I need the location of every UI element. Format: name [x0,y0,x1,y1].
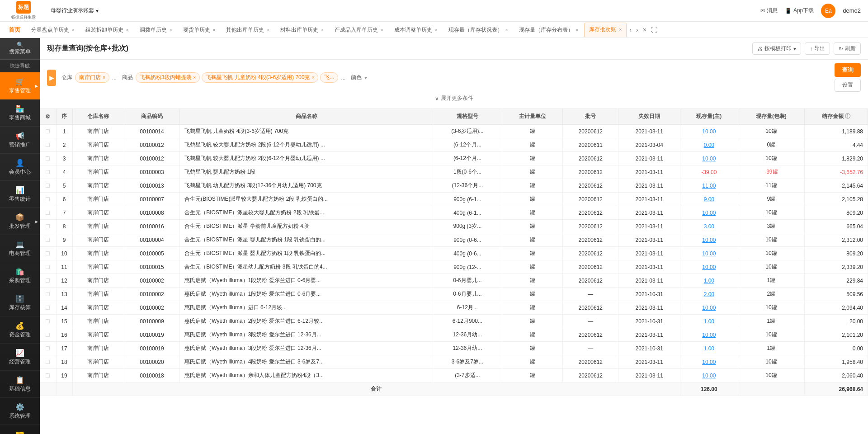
tab-close-cunliang1[interactable]: × [505,28,508,33]
industry-selector[interactable]: 母婴行业演示账套 ▾ [47,5,102,16]
row-settings-11[interactable]: ☐ [40,274,56,288]
tab-chenben[interactable]: 成本调整单历史 × [389,23,443,37]
warehouse-tag-close[interactable]: × [103,75,105,80]
app-download-button[interactable]: 📱 App下载 [785,7,814,14]
row-settings-1[interactable]: ☐ [40,138,56,152]
row-settings-5[interactable]: ☐ [40,193,56,206]
tab-cunliang2[interactable]: 现存量（库存分布表） × [514,23,584,37]
row-settings-8[interactable]: ☐ [40,233,56,247]
row-stock-main-6[interactable]: 10.00 [680,206,738,220]
tab-close-all-button[interactable]: × [641,26,648,33]
tab-prev-button[interactable]: ‹ [627,26,633,33]
sidebar-item-retail-stats[interactable]: 📊 零售统计 [0,181,40,208]
goods-tag-more[interactable]: 飞... [320,72,338,83]
goods-tag-1-close[interactable]: × [311,75,314,80]
row-settings-2[interactable]: ☐ [40,152,56,165]
tab-close-chenben[interactable]: × [435,28,438,33]
query-button[interactable]: 查询 [835,63,861,77]
template-print-button[interactable]: 🖨 按模板打印 ▾ [752,42,801,55]
sidebar-item-marketing[interactable]: 📢 营销推广 [0,127,40,154]
message-button[interactable]: ✉ 消息 [760,7,778,14]
settings-gear-icon[interactable]: ⚙ [45,113,50,120]
row-settings-17[interactable]: ☐ [40,355,56,369]
tab-zuzhuan[interactable]: 组装拆卸单历史 × [80,23,134,37]
tab-home[interactable]: 首页 [4,23,25,37]
sidebar-item-purchase-mgmt[interactable]: 🛍️ 采购管理 [0,262,40,289]
row-settings-3[interactable]: ☐ [40,165,56,179]
export-button[interactable]: ↑ 导出 [805,42,830,55]
sidebar-item-wholesale-mgmt[interactable]: 📦 批发管理 ▶ [0,208,40,235]
row-stock-main-0[interactable]: 10.00 [680,124,738,138]
row-settings-0[interactable]: ☐ [40,124,56,138]
row-stock-main-12[interactable]: 2.00 [680,288,738,301]
row-settings-15[interactable]: ☐ [40,328,56,342]
row-stock-main-9[interactable]: 10.00 [680,247,738,260]
tab-batch[interactable]: 库存批次账 × [584,23,627,37]
sidebar-quick-nav[interactable]: 快捷导航 [0,60,40,72]
row-stock-main-17[interactable]: 10.00 [680,355,738,369]
row-stock-main-1[interactable]: 0.00 [680,138,738,152]
goods-tag-0[interactable]: 飞鹤奶粉3段丙蜡提装 × [136,72,200,83]
row-stock-main-13[interactable]: 10.00 [680,301,738,315]
tab-cunliang1[interactable]: 现存量（库存状况表） × [443,23,513,37]
row-settings-6[interactable]: ☐ [40,206,56,220]
user-name[interactable]: demo2 [843,7,861,14]
tab-close-batch[interactable]: × [619,27,622,32]
goods-tag-1[interactable]: 飞鹤星飞帆 儿童奶粉 4段(3-6岁适用) 700克 × [202,72,318,83]
row-stock-main-16[interactable]: 1.00 [680,342,738,355]
row-stock-main-7[interactable]: 3.00 [680,220,738,233]
sidebar-item-operations-mgmt[interactable]: 📈 经营管理 [0,344,40,371]
sidebar-item-basic-info[interactable]: 📋 基础信息 [0,371,40,398]
row-settings-12[interactable]: ☐ [40,288,56,301]
row-settings-16[interactable]: ☐ [40,342,56,355]
settings-button[interactable]: 设置 [835,79,861,92]
row-settings-13[interactable]: ☐ [40,301,56,315]
row-settings-4[interactable]: ☐ [40,179,56,193]
row-stock-main-14[interactable]: 1.00 [680,315,738,328]
col-settings[interactable]: ⚙ [40,109,56,124]
row-settings-9[interactable]: ☐ [40,247,56,260]
tab-cailiao[interactable]: 材料出库单历史 × [275,23,329,37]
sidebar-item-ecommerce-mgmt[interactable]: 💻 电商管理 [0,235,40,262]
refresh-button[interactable]: ↻ 刷新 [834,42,861,55]
row-stock-main-11[interactable]: 1.00 [680,274,738,288]
sidebar-item-member-center[interactable]: 👤 会员中心 [0,154,40,181]
sidebar-item-retail-mgmt[interactable]: 🛒 零售管理 ▶ [0,72,40,99]
sidebar-item-retail-shop[interactable]: 🏪 零售商城 [0,99,40,127]
row-stock-main-5[interactable]: 9.00 [680,193,738,206]
tab-diaobo[interactable]: 调拨单历史 × [135,23,177,37]
row-settings-7[interactable]: ☐ [40,220,56,233]
tab-close-qita[interactable]: × [267,28,269,33]
row-stock-main-4[interactable]: 11.00 [680,179,738,193]
sidebar-search[interactable]: 🔍 搜索菜单 [0,38,40,60]
sidebar-item-enterprise-collab[interactable]: 🤝 企业协同 [0,425,40,434]
tab-fenxian[interactable]: 分显盘点单历史 × [26,23,80,37]
sidebar-item-finance-mgmt[interactable]: 💰 资金管理 [0,316,40,344]
row-stock-main-8[interactable]: 10.00 [680,233,738,247]
row-stock-main-15[interactable]: 10.00 [680,328,738,342]
sidebar-item-inventory-check[interactable]: 🗄️ 库存核算 [0,289,40,316]
tab-qita[interactable]: 其他出库单历史 × [221,23,274,37]
tab-close-diaobo[interactable]: × [170,28,172,33]
warehouse-tag[interactable]: 南岸门店 × [75,72,109,83]
goods-tag-0-close[interactable]: × [193,75,196,80]
tab-maximize-button[interactable]: ⛶ [649,26,659,33]
row-stock-main-2[interactable]: 10.00 [680,152,738,165]
row-settings-14[interactable]: ☐ [40,315,56,328]
warehouse-filter-more[interactable]: ... [112,75,117,81]
row-settings-18[interactable]: ☐ [40,369,56,382]
expand-more-filters[interactable]: ∨ 展开更多条件 [47,92,861,105]
tab-close-fenxian[interactable]: × [72,28,75,33]
tab-next-button[interactable]: › [634,26,640,33]
color-filter-dropdown[interactable]: ▾ [364,75,367,81]
row-stock-main-10[interactable]: 10.00 [680,260,738,274]
tab-close-zuzhuan[interactable]: × [126,28,129,33]
row-settings-10[interactable]: ☐ [40,260,56,274]
row-stock-main-3[interactable]: -39.00 [680,165,738,179]
tab-close-yaohuo[interactable]: × [213,28,216,33]
tab-close-chengpin[interactable]: × [381,28,383,33]
expand-filter-button[interactable]: ▶ [47,70,56,86]
sidebar-item-system-mgmt[interactable]: ⚙️ 系统管理 [0,398,40,425]
tab-close-cailiao[interactable]: × [321,28,324,33]
goods-filter-more[interactable]: ... [341,75,345,81]
